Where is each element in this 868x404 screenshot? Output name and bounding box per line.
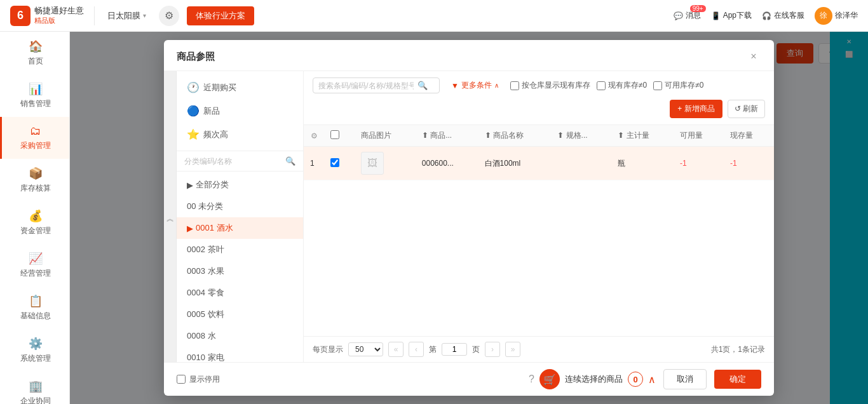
table-col-name[interactable]: ⬆ 商品名称 <box>478 125 552 147</box>
table-col-spec[interactable]: ⬆ 规格... <box>551 125 611 147</box>
app-download-item[interactable]: 📱 App下载 <box>711 10 752 21</box>
enterprise-icon: 🏢 <box>29 379 43 393</box>
category-item-0003[interactable]: 0003 水果 <box>177 260 303 282</box>
help-icon[interactable]: ? <box>529 374 534 385</box>
product-thumbnail: 🖼 <box>361 152 384 175</box>
user-area[interactable]: 徐 徐泽华 <box>815 7 858 25</box>
product-search-box: 🔍 <box>313 77 440 93</box>
category-item-all[interactable]: ▶ 全部分类 <box>177 174 303 196</box>
row-code-cell: 000600... <box>416 147 478 180</box>
top-nav: 6 畅捷通好生意 精品版 日太阳膜 ▾ ⚙ 体验行业方案 💬 消息 99+ 📱 … <box>0 0 868 32</box>
row-unit-cell: 瓶 <box>611 147 674 180</box>
refresh-button[interactable]: ↺ 刷新 <box>728 100 765 118</box>
last-page-button[interactable]: » <box>505 342 520 357</box>
modal-overlay: 商品参照 × 《 🕐 近期购买 <box>70 32 868 404</box>
modal-body: 《 🕐 近期购买 🔵 新品 <box>164 71 774 362</box>
prev-page-button[interactable]: ‹ <box>409 342 424 357</box>
confirm-button[interactable]: 确定 <box>714 370 761 389</box>
filter-chevron-icon: ∧ <box>494 82 499 89</box>
pagination: 每页显示 50 100 200 « ‹ 第 页 › <box>304 336 774 362</box>
table-col-available: 可用量 <box>674 125 724 147</box>
sidebar-item-enterprise[interactable]: 🏢 企业协同 <box>0 372 69 404</box>
row-checkbox-cell[interactable] <box>324 147 355 180</box>
phone-icon: 📱 <box>711 11 721 20</box>
sidebar-item-inventory[interactable]: 📦 库存核算 <box>0 159 69 201</box>
sidebar-item-system[interactable]: ⚙️ 系统管理 <box>0 329 69 372</box>
table-col-stock: 现存量 <box>724 125 774 147</box>
category-item-00[interactable]: 00 未分类 <box>177 196 303 217</box>
cart-button[interactable]: 🛒 <box>539 369 560 389</box>
settings-icon[interactable]: ⚙ <box>159 6 179 26</box>
sidebar-item-operation[interactable]: 📈 经营管理 <box>0 244 69 286</box>
online-service-item[interactable]: 🎧 在线客服 <box>762 10 804 21</box>
row-spec-cell <box>551 147 611 180</box>
more-filters-button[interactable]: ▼ 更多条件 ∧ <box>446 77 504 93</box>
category-item-0004[interactable]: 0004 零食 <box>177 282 303 304</box>
category-item-0008[interactable]: 0008 水 <box>177 325 303 347</box>
table-row[interactable]: 1 🖼 000600... 白酒100ml 瓶 <box>304 147 774 180</box>
logo-text: 畅捷通好生意 精品版 <box>34 6 84 26</box>
recent-tab[interactable]: 🕐 近期购买 <box>177 76 303 98</box>
row-image-cell: 🖼 <box>355 147 416 180</box>
message-icon: 💬 <box>674 11 683 20</box>
new-icon: 🔵 <box>187 105 200 117</box>
sidebar-item-basic[interactable]: 📋 基础信息 <box>0 286 69 329</box>
operation-icon: 📈 <box>29 252 43 266</box>
available-stock-checkbox[interactable]: 现有库存≠0 <box>597 80 647 91</box>
recent-icon: 🕐 <box>187 81 200 93</box>
add-product-button[interactable]: + 新增商品 <box>670 100 722 118</box>
show-disabled-checkbox[interactable]: 显示停用 <box>177 374 220 385</box>
per-page-select[interactable]: 50 100 200 <box>348 342 383 356</box>
nav-divider <box>94 6 95 25</box>
sidebar-item-home[interactable]: 🏠 首页 <box>0 32 69 74</box>
collapse-up-icon[interactable]: ∧ <box>648 374 656 386</box>
first-page-button[interactable]: « <box>388 342 403 357</box>
main-content: 查询 设置 ✕ ⬜ 商品参照 × 《 <box>70 32 868 404</box>
avatar: 徐 <box>815 7 832 25</box>
headset-icon: 🎧 <box>762 11 771 20</box>
product-search-input[interactable] <box>318 81 414 90</box>
basic-icon: 📋 <box>29 294 43 308</box>
category-item-0005[interactable]: 0005 饮料 <box>177 304 303 325</box>
filter-icon: ▼ <box>451 81 459 90</box>
store-arrow-icon: ▾ <box>143 12 146 19</box>
sidebar: 🏠 首页 📊 销售管理 🗂 采购管理 📦 库存核算 💰 资金管理 📈 经营管理 … <box>0 32 70 404</box>
usable-stock-checkbox[interactable]: 可用库存≠0 <box>653 80 703 91</box>
store-selector[interactable]: 日太阳膜 ▾ <box>102 8 151 24</box>
page-label-text: 第 <box>429 344 437 355</box>
home-icon: 🏠 <box>29 39 43 53</box>
finance-icon: 💰 <box>29 209 43 223</box>
table-settings-header[interactable]: ⚙ <box>304 125 324 147</box>
product-search-icon[interactable]: 🔍 <box>417 81 428 90</box>
message-item[interactable]: 💬 消息 99+ <box>674 10 701 21</box>
close-button[interactable]: × <box>746 49 761 64</box>
row-index: 1 <box>304 147 324 180</box>
next-page-button[interactable]: › <box>485 342 500 357</box>
product-toolbar: 🔍 ▼ 更多条件 ∧ 按仓库显示现有库存 <box>304 71 774 125</box>
new-products-tab[interactable]: 🔵 新品 <box>177 100 303 122</box>
warehouse-stock-checkbox[interactable]: 按仓库显示现有库存 <box>510 80 590 91</box>
modal-header: 商品参照 × <box>164 40 774 71</box>
table-col-code[interactable]: ⬆ 商品... <box>416 125 478 147</box>
category-search-input[interactable] <box>184 157 281 166</box>
category-item-0001[interactable]: ▶ 0001 酒水 <box>177 217 303 239</box>
category-item-0002[interactable]: 0002 茶叶 <box>177 239 303 260</box>
frequent-tab[interactable]: ⭐ 频次高 <box>177 123 303 145</box>
category-item-0010[interactable]: 0010 家电 <box>177 347 303 362</box>
nav-right: 💬 消息 99+ 📱 App下载 🎧 在线客服 徐 徐泽华 <box>674 7 858 25</box>
category-search-icon[interactable]: 🔍 <box>285 156 295 166</box>
collapse-panel-button[interactable]: 《 <box>164 71 177 362</box>
table-col-image: 商品图片 <box>355 125 416 147</box>
page-number-input[interactable] <box>442 343 467 356</box>
sidebar-item-sales[interactable]: 📊 销售管理 <box>0 74 69 117</box>
cancel-button[interactable]: 取消 <box>663 369 707 389</box>
table-checkbox-header[interactable] <box>324 125 355 147</box>
table-col-unit[interactable]: ⬆ 主计量 <box>611 125 674 147</box>
modal-title: 商品参照 <box>177 51 215 63</box>
experience-button[interactable]: 体验行业方案 <box>187 6 254 25</box>
layout: 🏠 首页 📊 销售管理 🗂 采购管理 📦 库存核算 💰 资金管理 📈 经营管理 … <box>0 32 868 404</box>
toolbar-right: + 新增商品 ↺ 刷新 <box>670 100 765 118</box>
cart-count: 0 <box>628 372 643 387</box>
sidebar-item-finance[interactable]: 💰 资金管理 <box>0 201 69 244</box>
sidebar-item-purchase[interactable]: 🗂 采购管理 <box>0 117 69 159</box>
